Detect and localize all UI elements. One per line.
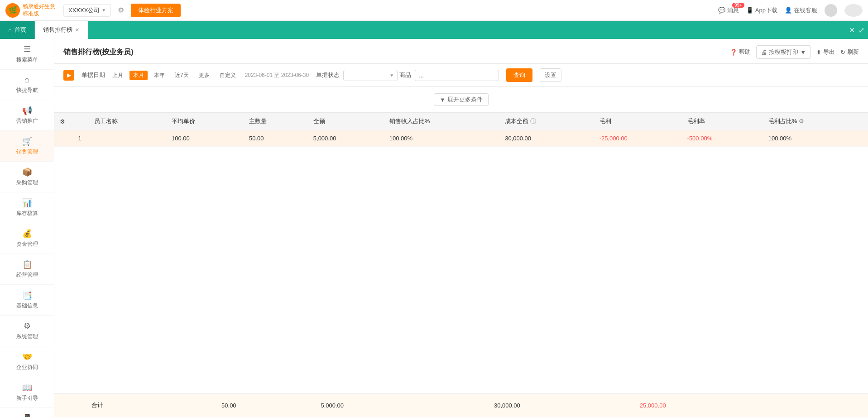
- sidebar-item-guide[interactable]: 📖 新手引导: [0, 377, 54, 408]
- refresh-icon: ↻: [840, 49, 845, 56]
- inventory-icon: 📊: [22, 198, 32, 208]
- expand-more-label: 展开更多条件: [447, 96, 483, 104]
- date-filter-label: 单据日期: [82, 71, 105, 79]
- top-bar: 🌿 畅康通好生意 标准版 XXXXX公司 ▼ ⚙ 体验行业方案 💬 消息 99+…: [0, 0, 868, 21]
- help-button[interactable]: ❓ 帮助: [730, 48, 751, 56]
- col-main-qty: 主数量: [244, 113, 308, 130]
- company-name: XXXXX公司: [68, 6, 100, 14]
- sidebar-label-quicknav: 快捷导航: [16, 86, 38, 94]
- home-nav-icon: ⌂: [24, 75, 29, 85]
- date-tab-custom[interactable]: 自定义: [216, 71, 240, 80]
- status-select[interactable]: [343, 70, 398, 81]
- service-icon: 👤: [785, 7, 792, 14]
- chevron-down-icon: ▼: [101, 8, 106, 13]
- export-button[interactable]: ⬆ 导出: [816, 48, 835, 56]
- sidebar-item-management[interactable]: 📋 经营管理: [0, 254, 54, 285]
- topbar-settings-icon[interactable]: ⚙: [115, 4, 127, 17]
- cell-employee-name: [89, 130, 166, 147]
- expand-more-bar: ▼ 展开更多条件: [54, 87, 868, 113]
- purchase-icon: 📦: [22, 167, 32, 177]
- message-badge: 99+: [732, 3, 744, 8]
- refresh-button[interactable]: ↻ 刷新: [840, 48, 859, 56]
- cell-amount: 5,000.00: [308, 130, 384, 147]
- col-rank: [71, 113, 89, 130]
- cost-help-icon[interactable]: ⓘ: [530, 118, 536, 125]
- sidebar-item-collab[interactable]: 🤝 企业协同: [0, 346, 54, 377]
- footer-table: 合计 50.00 5,000.00 30,000.00 -25,000.00: [54, 398, 868, 413]
- col-gross-rate: 毛利率: [682, 113, 763, 130]
- tab-sales-ranking[interactable]: 销售排行榜 ✕: [35, 21, 88, 39]
- date-tab-more[interactable]: 更多: [195, 71, 213, 80]
- table-footer: 合计 50.00 5,000.00 30,000.00 -25,000.00: [54, 393, 868, 417]
- search-icon: ☰: [24, 44, 31, 54]
- system-icon: ⚙: [24, 321, 31, 331]
- footer-label: 合计: [86, 398, 174, 413]
- content-inner: ⚙ 员工名称 平均单价 主数量 全额 销售收入占比% 成本全额 ⓘ 毛利 毛利率…: [54, 113, 868, 417]
- sidebar-item-marketing[interactable]: 📢 营销推广: [0, 100, 54, 131]
- expand-more-button[interactable]: ▼ 展开更多条件: [434, 93, 489, 106]
- date-tab-7days[interactable]: 近7天: [171, 71, 192, 80]
- avatar[interactable]: [825, 4, 837, 17]
- cell-gross: -25,000.00: [594, 130, 682, 147]
- sidebar: ☰ 搜索菜单 ⌂ 快捷导航 📢 营销推广 🛒 销售管理 📦 采购管理 📊 库存核…: [0, 39, 54, 417]
- sidebar-item-quick-nav[interactable]: ⌂ 快捷导航: [0, 70, 54, 100]
- sidebar-item-search[interactable]: ☰ 搜索菜单: [0, 39, 54, 70]
- trial-button[interactable]: 体验行业方案: [131, 4, 181, 17]
- footer-row: 合计 50.00 5,000.00 30,000.00 -25,000.00: [54, 398, 868, 413]
- filter-toggle-button[interactable]: ▶: [63, 70, 74, 81]
- status-filter-group: 单据状态: [316, 70, 392, 81]
- close-icon[interactable]: ✕: [75, 27, 79, 33]
- col-settings[interactable]: ⚙: [54, 113, 71, 130]
- chevron-down-icon: ▼: [440, 96, 446, 103]
- expand-window-icon[interactable]: ⤢: [858, 26, 864, 34]
- sidebar-label-guide: 新手引导: [16, 394, 38, 402]
- settings-button[interactable]: 设置: [540, 68, 561, 82]
- sidebar-label-sales: 销售管理: [16, 148, 38, 156]
- sidebar-item-basics[interactable]: 📑 基础信息: [0, 285, 54, 316]
- sidebar-item-inventory[interactable]: 📊 库存核算: [0, 192, 54, 223]
- messages-button[interactable]: 💬 消息 99+: [718, 6, 739, 14]
- close-window-icon[interactable]: ✕: [849, 26, 855, 34]
- sidebar-item-system[interactable]: ⚙ 系统管理: [0, 316, 54, 346]
- sidebar-item-finance[interactable]: 💰 资金管理: [0, 223, 54, 254]
- user-name-area[interactable]: [844, 4, 863, 17]
- marketing-icon: 📢: [22, 105, 32, 115]
- download-icon: 📱: [746, 7, 753, 14]
- sidebar-item-purchase[interactable]: 📦 采购管理: [0, 162, 54, 192]
- date-tab-this-year[interactable]: 本年: [150, 71, 168, 80]
- management-icon: 📋: [22, 259, 32, 269]
- cell-sales-pct: 100.00%: [384, 130, 500, 147]
- col-employee-name: 员工名称: [89, 113, 166, 130]
- sidebar-item-apps[interactable]: 📱 应用中心: [0, 408, 54, 417]
- table-container: ⚙ 员工名称 平均单价 主数量 全额 销售收入占比% 成本全额 ⓘ 毛利 毛利率…: [54, 113, 868, 393]
- message-icon: 💬: [718, 7, 725, 14]
- page-title: 销售排行榜(按业务员): [63, 48, 134, 57]
- date-range-display: 2023-06-01 至 2023-06-30: [245, 72, 309, 79]
- date-tab-this-month[interactable]: 本月: [129, 71, 148, 80]
- footer-avg-price: [174, 398, 216, 413]
- col-gross: 毛利: [594, 113, 682, 130]
- date-tab-last-month[interactable]: 上月: [109, 71, 127, 80]
- query-button[interactable]: 查询: [506, 68, 532, 82]
- online-service-button[interactable]: 👤 在线客服: [785, 6, 817, 14]
- nav-tabs: ⌂ 首页 销售排行榜 ✕ ✕ ⤢: [0, 21, 868, 39]
- tab-home[interactable]: ⌂ 首页: [0, 21, 35, 39]
- goods-filter-group: 商品: [399, 70, 499, 81]
- cell-cost-amount: 30,000.00: [499, 130, 594, 147]
- print-button[interactable]: 🖨 按模板打印 ▼: [756, 45, 811, 59]
- footer-main-qty: 50.00: [216, 398, 315, 413]
- footer-gross: -25,000.00: [632, 398, 783, 413]
- cell-settings: [54, 130, 71, 147]
- app-download-button[interactable]: 📱 App下载: [746, 6, 777, 14]
- sidebar-item-sales[interactable]: 🛒 销售管理: [0, 131, 54, 162]
- goods-input[interactable]: [415, 70, 499, 81]
- help-icon: ❓: [730, 49, 737, 56]
- gross-pct-help-icon[interactable]: ⚙: [799, 118, 804, 125]
- footer-cost-amount: 30,000.00: [489, 398, 633, 413]
- sidebar-label-inventory: 库存核算: [16, 210, 38, 217]
- sidebar-label-basics: 基础信息: [16, 302, 38, 310]
- company-selector[interactable]: XXXXX公司 ▼: [63, 4, 111, 17]
- footer-settings-col: [54, 398, 68, 413]
- collab-icon: 🤝: [22, 352, 32, 362]
- date-filter-group: 单据日期 上月 本月 本年 近7天 更多 自定义 2023-06-01 至 20…: [82, 71, 309, 80]
